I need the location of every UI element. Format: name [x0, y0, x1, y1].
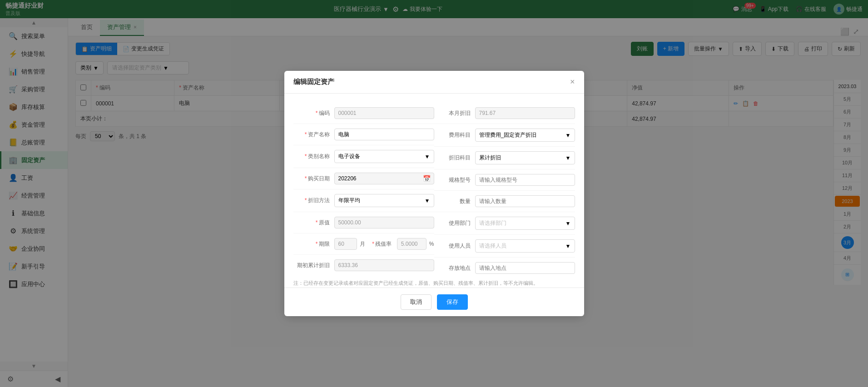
accum-depr-input[interactable]	[334, 259, 434, 271]
purchase-date-input[interactable]	[334, 173, 434, 184]
modal-body: *编码 *资产名称 *类别名称	[284, 94, 584, 276]
modal-title: 编辑固定资产	[293, 78, 334, 86]
modal-header: 编辑固定资产 ×	[284, 71, 584, 94]
form-row-dept: 使用部门 请选择部门 ▼	[434, 212, 575, 235]
form-row-depr-method: *折旧方法 年限平均 ▼	[293, 189, 434, 212]
residual-rate-label: *残值率	[372, 240, 394, 248]
period-inline: 月 *残值率 %	[334, 238, 434, 250]
purchase-date-label: *购买日期	[293, 175, 334, 183]
user-label: 使用人员	[434, 242, 475, 250]
depr-method-label: *折旧方法	[293, 197, 334, 204]
category-select[interactable]: 电子设备 ▼	[334, 150, 434, 163]
form-row-spec: 规格型号	[434, 169, 575, 191]
chevron-down-icon: ▼	[425, 198, 430, 204]
dept-select[interactable]: 请选择部门 ▼	[475, 217, 575, 230]
modal-close-button[interactable]: ×	[570, 77, 575, 87]
chevron-down-icon: ▼	[425, 154, 430, 160]
asset-name-label: *资产名称	[293, 131, 334, 139]
chevron-down-icon: ▼	[565, 243, 571, 249]
form-row-original-value: *原值	[293, 212, 434, 233]
cancel-button[interactable]: 取消	[401, 294, 432, 310]
form-row-user: 使用人员 请选择人员 ▼	[434, 235, 575, 258]
original-value-label: *原值	[293, 219, 334, 227]
dept-label: 使用部门	[434, 219, 475, 227]
form-row-asset-name: *资产名称	[293, 124, 434, 145]
form-row-period: *期限 月 *残值率 %	[293, 233, 434, 255]
purchase-date-wrapper: 📅	[334, 173, 434, 184]
period-unit: 月	[360, 240, 365, 248]
quantity-label: 数量	[434, 198, 475, 205]
form-row-depr-subject: 折旧科目 累计折旧 ▼	[434, 147, 575, 169]
spec-label: 规格型号	[434, 176, 475, 184]
chevron-down-icon: ▼	[565, 132, 571, 139]
residual-rate-input[interactable]	[397, 238, 427, 250]
depr-method-select[interactable]: 年限平均 ▼	[334, 194, 434, 207]
code-input[interactable]	[334, 107, 434, 119]
period-input[interactable]	[334, 238, 357, 250]
spec-input[interactable]	[475, 174, 575, 186]
form-grid: *编码 *资产名称 *类别名称	[293, 103, 575, 276]
form-row-location: 存放地点	[434, 258, 575, 276]
code-label: *编码	[293, 109, 334, 117]
edit-asset-modal: 编辑固定资产 × *编码 *资	[284, 71, 584, 316]
accum-depr-label: 期初累计折旧	[293, 262, 334, 269]
form-row-purchase-date: *购买日期 📅	[293, 168, 434, 189]
form-row-monthly-depr: 本月折旧	[434, 103, 575, 124]
form-col-right: 本月折旧 费用科目 管理费用_固定资产折旧 ▼	[434, 103, 575, 276]
save-button[interactable]: 保存	[437, 294, 468, 310]
depr-subject-select[interactable]: 累计折旧 ▼	[475, 151, 575, 164]
form-row-accum-depr: 期初累计折旧	[293, 255, 434, 276]
quantity-input[interactable]	[475, 195, 575, 207]
location-label: 存放地点	[434, 264, 475, 272]
form-row-expense-subject: 费用科目 管理费用_固定资产折旧 ▼	[434, 124, 575, 147]
original-value-input[interactable]	[334, 217, 434, 228]
residual-rate-unit: %	[429, 241, 434, 247]
period-label: *期限	[293, 240, 334, 248]
monthly-depr-input[interactable]	[475, 107, 575, 119]
modal-overlay: 编辑固定资产 × *编码 *资	[0, 0, 868, 387]
modal-footer: 取消 保存	[284, 288, 584, 316]
form-row-code: *编码	[293, 103, 434, 124]
asset-name-input[interactable]	[334, 129, 434, 140]
form-row-category: *类别名称 电子设备 ▼	[293, 145, 434, 168]
chevron-down-icon: ▼	[565, 155, 571, 161]
form-row-quantity: 数量	[434, 191, 575, 212]
expense-subject-select[interactable]: 管理费用_固定资产折旧 ▼	[475, 129, 575, 142]
category-label: *类别名称	[293, 153, 334, 160]
monthly-depr-label: 本月折旧	[434, 109, 475, 117]
calendar-icon[interactable]: 📅	[423, 175, 431, 182]
chevron-down-icon: ▼	[565, 220, 571, 227]
location-input[interactable]	[475, 262, 575, 274]
user-select[interactable]: 请选择人员 ▼	[475, 239, 575, 253]
expense-subject-label: 费用科目	[434, 131, 475, 139]
modal-note: 注：已经存在变更记录或者对应固定资产已经生成凭证，原值、购买日期、残值率、累计折…	[284, 276, 584, 288]
form-col-left: *编码 *资产名称 *类别名称	[293, 103, 434, 276]
depr-subject-label: 折旧科目	[434, 154, 475, 162]
